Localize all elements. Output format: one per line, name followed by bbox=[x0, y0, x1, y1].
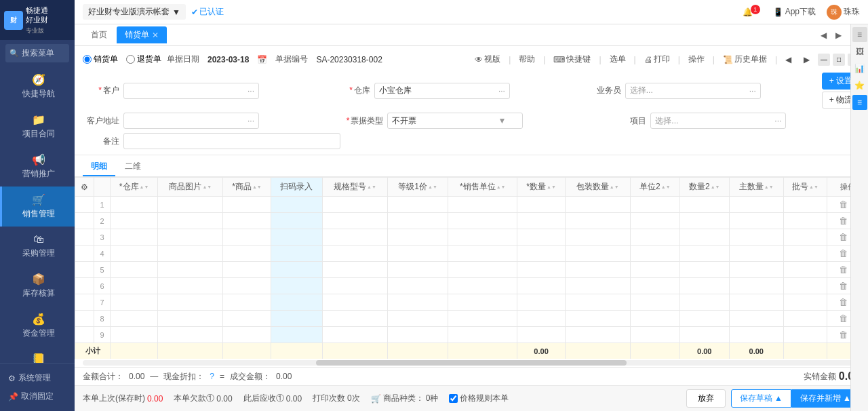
row-product[interactable] bbox=[223, 229, 271, 246]
sidebar-item-quick-nav[interactable]: 🧭 快捷导航 bbox=[0, 66, 75, 106]
abandon-button[interactable]: 放弃 bbox=[686, 389, 726, 408]
nav-next[interactable]: ▶ bbox=[800, 53, 814, 66]
row-image[interactable] bbox=[158, 246, 223, 262]
row-batch-import[interactable] bbox=[271, 229, 322, 246]
row-unit2[interactable] bbox=[630, 327, 679, 343]
row-spec[interactable] bbox=[322, 229, 387, 246]
row-batch-import[interactable] bbox=[271, 327, 322, 343]
row-quantity[interactable] bbox=[517, 294, 565, 311]
tab-sales-order[interactable]: 销货单 ✕ bbox=[117, 26, 167, 43]
delete-row-icon[interactable]: 🗑 bbox=[839, 297, 848, 308]
save-new-button[interactable]: 保存并新增 ▲ bbox=[791, 389, 860, 408]
row-batch[interactable] bbox=[783, 246, 827, 262]
row-price1[interactable] bbox=[388, 327, 448, 343]
right-panel-btn-3[interactable]: 📊 bbox=[852, 61, 867, 76]
row-quantity[interactable] bbox=[517, 262, 565, 278]
row-product[interactable] bbox=[223, 197, 271, 213]
row-sales-unit[interactable] bbox=[448, 327, 517, 343]
row-unit2[interactable] bbox=[630, 294, 679, 311]
print-button[interactable]: 🖨打印 bbox=[640, 52, 674, 67]
row-batch[interactable] bbox=[783, 262, 827, 278]
row-pack-qty[interactable] bbox=[565, 327, 630, 343]
row-main-qty[interactable] bbox=[729, 246, 783, 262]
minimize-button[interactable]: — bbox=[818, 54, 830, 66]
sidebar-item-marketing[interactable]: 📢 营销推广 bbox=[0, 146, 75, 187]
select-order-button[interactable]: 选单 bbox=[606, 52, 630, 67]
row-main-qty[interactable] bbox=[729, 278, 783, 294]
delete-row-icon[interactable]: 🗑 bbox=[839, 199, 848, 210]
row-price1[interactable] bbox=[388, 278, 448, 294]
delete-row-icon[interactable]: 🗑 bbox=[839, 265, 848, 275]
row-batch-import[interactable] bbox=[271, 262, 322, 278]
delete-row-icon[interactable]: 🗑 bbox=[839, 330, 848, 340]
right-panel-btn-2[interactable]: 🖼 bbox=[852, 44, 867, 59]
row-warehouse[interactable] bbox=[111, 294, 158, 311]
row-quantity[interactable] bbox=[517, 311, 565, 327]
row-spec[interactable] bbox=[322, 294, 387, 311]
row-warehouse[interactable] bbox=[111, 197, 158, 213]
th-main-qty[interactable]: 主数量 ▲▼ bbox=[729, 178, 783, 197]
nav-prev[interactable]: ◀ bbox=[781, 53, 795, 66]
row-pack-qty[interactable] bbox=[565, 278, 630, 294]
th-batch-import[interactable]: 扫码录入 bbox=[271, 178, 322, 197]
sidebar-item-inventory[interactable]: 📦 库存核算 bbox=[0, 266, 75, 306]
th-batch[interactable]: 批号 ▲▼ bbox=[783, 178, 827, 197]
th-pack-qty[interactable]: 包装数量 ▲▼ bbox=[565, 178, 630, 197]
delete-row-icon[interactable]: 🗑 bbox=[839, 248, 848, 259]
tab-home[interactable]: 首页 bbox=[83, 26, 115, 43]
row-sales-unit[interactable] bbox=[448, 229, 517, 246]
sidebar-item-sales[interactable]: 🛒 销售管理 bbox=[0, 187, 75, 227]
row-sales-unit[interactable] bbox=[448, 197, 517, 213]
row-main-qty[interactable] bbox=[729, 294, 783, 311]
row-qty2[interactable] bbox=[679, 311, 729, 327]
row-batch-import[interactable] bbox=[271, 197, 322, 213]
row-sales-unit[interactable] bbox=[448, 262, 517, 278]
row-qty2[interactable] bbox=[679, 278, 729, 294]
row-quantity[interactable] bbox=[517, 278, 565, 294]
row-spec[interactable] bbox=[322, 246, 387, 262]
row-qty2[interactable] bbox=[679, 294, 729, 311]
row-product[interactable] bbox=[223, 294, 271, 311]
row-main-qty[interactable] bbox=[729, 197, 783, 213]
row-price1[interactable] bbox=[388, 262, 448, 278]
row-product[interactable] bbox=[223, 311, 271, 327]
radio-sales-order[interactable]: 销货单 bbox=[83, 54, 118, 65]
row-qty2[interactable] bbox=[679, 262, 729, 278]
row-spec[interactable] bbox=[322, 213, 387, 229]
row-sales-unit[interactable] bbox=[448, 294, 517, 311]
radio-return-order[interactable]: 退货单 bbox=[126, 54, 161, 65]
row-product[interactable] bbox=[223, 213, 271, 229]
help-button[interactable]: 帮助 bbox=[515, 52, 539, 67]
save-draft-button[interactable]: 保存草稿 ▲ bbox=[731, 389, 791, 408]
sidebar-item-cancel-fixed[interactable]: 📌 取消固定 bbox=[5, 387, 69, 406]
tab-prev-button[interactable]: ◀ bbox=[816, 28, 830, 42]
row-warehouse[interactable] bbox=[111, 327, 158, 343]
row-warehouse[interactable] bbox=[111, 311, 158, 327]
row-pack-qty[interactable] bbox=[565, 197, 630, 213]
row-image[interactable] bbox=[158, 213, 223, 229]
row-main-qty[interactable] bbox=[729, 311, 783, 327]
row-unit2[interactable] bbox=[630, 246, 679, 262]
row-unit2[interactable] bbox=[630, 197, 679, 213]
row-spec[interactable] bbox=[322, 311, 387, 327]
row-price1[interactable] bbox=[388, 213, 448, 229]
row-sales-unit[interactable] bbox=[448, 311, 517, 327]
row-warehouse[interactable] bbox=[111, 229, 158, 246]
calendar-icon[interactable]: 📅 bbox=[257, 55, 267, 64]
sidebar-item-settings[interactable]: ⚙ 系统管理 bbox=[5, 369, 69, 387]
tab-next-button[interactable]: ▶ bbox=[831, 28, 845, 42]
horizontal-scrollbar[interactable] bbox=[83, 360, 860, 366]
sidebar-item-purchase[interactable]: 🛍 采购管理 bbox=[0, 227, 75, 266]
row-batch-import[interactable] bbox=[271, 294, 322, 311]
row-product[interactable] bbox=[223, 327, 271, 343]
row-product[interactable] bbox=[223, 246, 271, 262]
row-batch[interactable] bbox=[783, 197, 827, 213]
row-price1[interactable] bbox=[388, 197, 448, 213]
row-quantity[interactable] bbox=[517, 213, 565, 229]
maximize-button[interactable]: □ bbox=[833, 54, 845, 66]
delete-row-icon[interactable]: 🗑 bbox=[839, 281, 848, 292]
tab-2d[interactable]: 二维 bbox=[117, 158, 149, 176]
delete-row-icon[interactable]: 🗑 bbox=[839, 313, 848, 324]
row-qty2[interactable] bbox=[679, 229, 729, 246]
row-main-qty[interactable] bbox=[729, 327, 783, 343]
